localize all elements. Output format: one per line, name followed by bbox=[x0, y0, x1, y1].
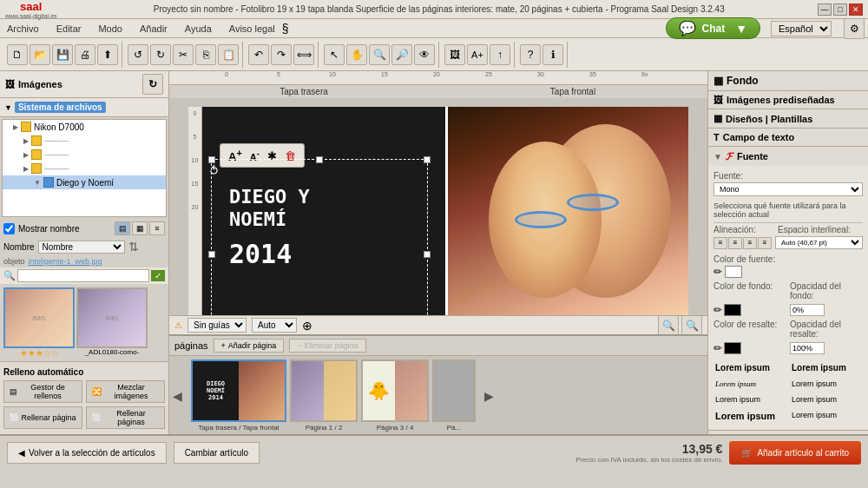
tree-item-2[interactable]: ▶ ──── bbox=[3, 148, 166, 162]
save-button[interactable]: 💾 bbox=[52, 44, 73, 65]
interlineal-select[interactable]: Auto (40,67 pt) bbox=[775, 236, 863, 249]
rellenar-paginas-button[interactable]: ⬜ Rellenar páginas bbox=[86, 406, 165, 429]
menu-modo[interactable]: Modo bbox=[95, 23, 126, 34]
menu-aviso[interactable]: Aviso legal bbox=[226, 23, 279, 34]
resalte-pencil[interactable]: ✏ bbox=[713, 342, 722, 354]
lorem-8[interactable]: Lorem ipsum bbox=[790, 409, 863, 423]
search-ok-button[interactable]: ✓ bbox=[151, 270, 165, 281]
language-select[interactable]: Español English bbox=[771, 21, 832, 36]
fuente-color-swatch[interactable] bbox=[725, 266, 742, 278]
lorem-2[interactable]: Lorem ipsum bbox=[790, 361, 863, 374]
view-grid-button[interactable]: ▦ bbox=[132, 221, 148, 235]
zoom-out-tool[interactable]: 🔎 bbox=[391, 44, 412, 65]
lorem-3[interactable]: Lorem ipsum bbox=[713, 378, 786, 390]
handle-tm[interactable] bbox=[316, 156, 323, 163]
maximize-button[interactable]: □ bbox=[833, 3, 847, 16]
move-tool[interactable]: ✋ bbox=[346, 44, 367, 65]
show-name-checkbox[interactable] bbox=[3, 223, 15, 234]
canvas-text-diego[interactable]: DIEGO YNOEMÍ 2014 bbox=[229, 186, 310, 269]
new-button[interactable]: 🗋 bbox=[7, 44, 28, 65]
add-text-button[interactable]: A+ bbox=[467, 44, 488, 65]
align-justify[interactable]: ≡ bbox=[758, 237, 772, 249]
flip-h-button[interactable]: ⟺ bbox=[293, 44, 314, 65]
fuente-pencil[interactable]: ✏ bbox=[713, 266, 722, 278]
guide-select[interactable]: Sin guías bbox=[187, 318, 247, 333]
sort-button[interactable]: ⇅ bbox=[128, 240, 139, 254]
cut-button[interactable]: ✂ bbox=[173, 44, 194, 65]
menu-ayuda[interactable]: Ayuda bbox=[181, 23, 215, 34]
view-details-button[interactable]: ≡ bbox=[149, 221, 165, 235]
view-list-button[interactable]: ▤ bbox=[115, 221, 130, 235]
menu-archivo[interactable]: Archivo bbox=[3, 23, 43, 34]
add-page-button[interactable]: + Añadir página bbox=[214, 339, 285, 353]
back-button[interactable]: ◀ Volver a la selección de artículos bbox=[7, 442, 167, 464]
page-thumb-2[interactable]: Página 1 / 2 bbox=[290, 359, 358, 432]
tree-item-nikon[interactable]: ▶ Nikon D7000 bbox=[3, 120, 166, 134]
imagenes-header[interactable]: 🖼 Imágenes prediseñadas bbox=[708, 91, 868, 109]
text-selection[interactable]: DIEGO YNOEMÍ 2014 bbox=[211, 159, 428, 315]
page-thumb-3[interactable]: 🐥 Página 3 / 4 bbox=[361, 359, 429, 432]
settings-button[interactable]: ⚙ bbox=[844, 18, 865, 39]
filesystem-header[interactable]: ▼ Sistema de archivos bbox=[2, 100, 167, 115]
tree-item-diego[interactable]: ▼ Diego y Noemí bbox=[3, 175, 166, 189]
canvas-zoom-out[interactable]: 🔍 bbox=[658, 315, 679, 336]
right-page[interactable] bbox=[447, 107, 688, 315]
close-button[interactable]: ✕ bbox=[849, 3, 863, 16]
handle-lm[interactable] bbox=[208, 251, 215, 258]
name-select[interactable]: Nombre bbox=[38, 241, 125, 254]
zoom-in-tool[interactable]: 🔍 bbox=[369, 44, 390, 65]
arrow-up-icon[interactable]: ↑ bbox=[490, 44, 510, 65]
select-tool[interactable]: ↖ bbox=[324, 44, 345, 65]
opacidad-resalte-input[interactable] bbox=[790, 342, 825, 354]
export-button[interactable]: ⬆ bbox=[97, 44, 118, 65]
canvas-area[interactable]: 0 5 10 15 20 A+ A- ✱ bbox=[169, 98, 707, 315]
remove-page-button[interactable]: − Eliminar página bbox=[289, 339, 365, 353]
lorem-4[interactable]: Lorem ipsum bbox=[790, 378, 863, 390]
copy-button[interactable]: ⎘ bbox=[195, 44, 216, 65]
open-button[interactable]: 📂 bbox=[30, 44, 50, 65]
print-button[interactable]: 🖨 bbox=[75, 44, 95, 65]
lorem-5[interactable]: Lorem ipsum bbox=[713, 393, 786, 406]
align-left[interactable]: ≡ bbox=[713, 237, 727, 249]
redo-button[interactable]: ↻ bbox=[150, 44, 171, 65]
fondo-pencil[interactable]: ✏ bbox=[713, 304, 722, 316]
zoom-select[interactable]: Auto 50% 75% 100% bbox=[252, 318, 297, 333]
align-center[interactable]: ≡ bbox=[728, 237, 742, 249]
eye-tool[interactable]: 👁 bbox=[414, 44, 435, 65]
fuente-header[interactable]: ▼ 𝓕 Fuente bbox=[708, 147, 868, 166]
chat-dropdown-arrow[interactable]: ▼ bbox=[735, 22, 747, 36]
undo-button[interactable]: ↺ bbox=[128, 44, 148, 65]
lorem-1[interactable]: Lorem ipsum bbox=[713, 361, 786, 374]
disenos-header[interactable]: ▦ Diseños | Plantillas bbox=[708, 109, 868, 128]
rotate-right-button[interactable]: ↷ bbox=[271, 44, 292, 65]
left-page[interactable]: A+ A- ✱ 🗑 bbox=[202, 107, 444, 315]
canvas-zoom-in[interactable]: 🔍 bbox=[681, 315, 702, 336]
page-thumb-1[interactable]: DIEGONOEMÍ2014 Tapa trasera / Tapa front… bbox=[191, 359, 286, 432]
resalte-color-swatch[interactable] bbox=[724, 342, 741, 354]
mezclar-imagenes-button[interactable]: 🔀 Mezclar imágenes bbox=[86, 380, 165, 403]
opacidad-fondo-input[interactable] bbox=[790, 304, 825, 316]
thumb-image-1[interactable]: IMG bbox=[3, 287, 75, 348]
strip-left-button[interactable]: ◀ bbox=[173, 389, 182, 403]
campo-header[interactable]: T Campo de texto bbox=[708, 129, 868, 146]
lorem-6[interactable]: Lorem ipsum bbox=[790, 393, 863, 406]
page-thumb-4[interactable]: Pá... bbox=[432, 359, 476, 432]
menu-editar[interactable]: Editar bbox=[53, 23, 85, 34]
minimize-button[interactable]: — bbox=[818, 3, 832, 16]
search-input[interactable] bbox=[17, 269, 149, 282]
font-select[interactable]: Mono bbox=[713, 182, 863, 196]
help-button[interactable]: ? bbox=[520, 44, 541, 65]
change-article-button[interactable]: Cambiar artículo bbox=[174, 442, 260, 464]
handle-rm[interactable] bbox=[424, 251, 431, 258]
info-button[interactable]: ℹ bbox=[542, 44, 563, 65]
rellenar-pagina-button[interactable]: ⬜ Rellenar página bbox=[3, 406, 82, 429]
menu-anadir[interactable]: Añadir bbox=[136, 23, 171, 34]
lorem-7[interactable]: Lorem ipsum bbox=[713, 409, 786, 423]
strip-right-button[interactable]: ▶ bbox=[484, 389, 494, 403]
paste-button[interactable]: 📋 bbox=[218, 44, 239, 65]
fondo-color-swatch[interactable] bbox=[724, 304, 741, 316]
chat-button[interactable]: 💬 Chat ▼ bbox=[666, 17, 760, 39]
handle-tr[interactable] bbox=[424, 156, 431, 163]
thumb-image-2[interactable]: IMG bbox=[76, 287, 148, 348]
add-image-button[interactable]: 🖼 bbox=[444, 44, 465, 65]
